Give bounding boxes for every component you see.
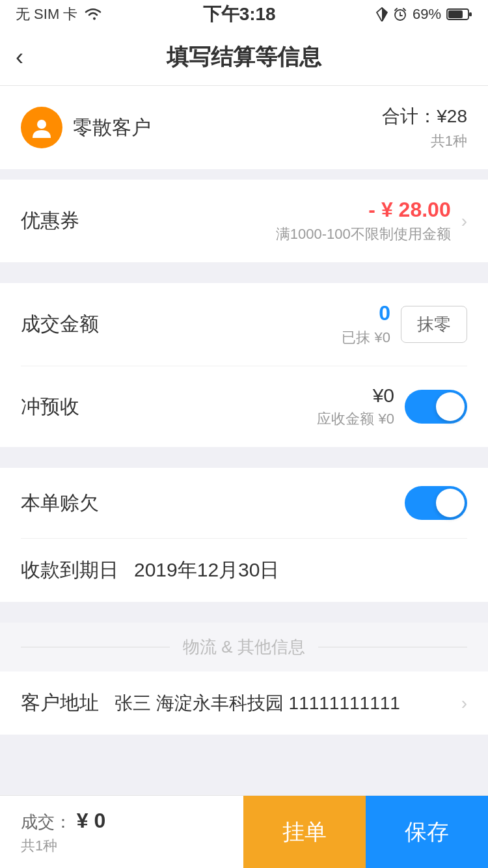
- prepaid-amount: ¥0: [317, 385, 394, 407]
- status-right: 69%: [376, 6, 472, 23]
- prepaid-row: 冲预收 ¥0 应收金额 ¥0: [0, 366, 488, 447]
- logistics-divider-right: [318, 647, 467, 647]
- customer-card: 零散客户 合计：¥28 共1种: [0, 86, 488, 169]
- section-gap-1: [0, 273, 488, 283]
- user-icon: [30, 116, 53, 139]
- coupon-right: - ¥ 28.00 满1000-100不限制使用金额 ›: [276, 198, 467, 244]
- save-button[interactable]: 保存: [366, 796, 488, 869]
- debt-row: 本单赊欠: [0, 468, 488, 538]
- due-date-row[interactable]: 收款到期日 2019年12月30日: [0, 539, 488, 602]
- back-button[interactable]: ‹: [16, 44, 23, 71]
- coupon-row[interactable]: 优惠券 - ¥ 28.00 满1000-100不限制使用金额 ›: [0, 180, 488, 262]
- prepaid-label: 冲预收: [21, 394, 79, 420]
- total-count: 共1种: [382, 131, 467, 151]
- address-card: 客户地址 张三 海淀永丰科技园 11111111111 ›: [0, 671, 488, 735]
- address-chevron-icon: ›: [461, 693, 467, 714]
- coupon-card: 优惠券 - ¥ 28.00 满1000-100不限制使用金额 ›: [0, 180, 488, 262]
- transaction-sub: 已抹 ¥0: [342, 328, 390, 347]
- logistics-divider-left: [21, 647, 170, 647]
- transaction-card: 成交金额 0 已抹 ¥0 抹零 冲预收 ¥0 应收金额 ¥0: [0, 283, 488, 447]
- alarm-icon: [393, 7, 407, 21]
- round-button[interactable]: 抹零: [401, 306, 467, 343]
- bottom-deal-amount: ¥ 0: [77, 809, 105, 832]
- toggle-thumb: [436, 392, 465, 421]
- coupon-value-block: - ¥ 28.00 满1000-100不限制使用金额: [276, 198, 451, 244]
- address-label: 客户地址: [21, 690, 99, 716]
- debt-toggle-thumb: [436, 489, 465, 517]
- status-time: 下午3:18: [203, 2, 276, 27]
- address-value: 张三 海淀永丰科技园 11111111111: [115, 691, 461, 716]
- page-title: 填写结算等信息: [167, 42, 321, 72]
- battery-icon: [446, 8, 472, 21]
- debt-label: 本单赊欠: [21, 490, 99, 517]
- customer-row[interactable]: 零散客户 合计：¥28 共1种: [0, 86, 488, 169]
- customer-left: 零散客户: [21, 107, 151, 148]
- bottom-count: 共1种: [21, 836, 223, 856]
- wifi-icon: [84, 8, 102, 21]
- bottom-bar: 成交： ¥ 0 共1种 挂单 保存: [0, 795, 488, 868]
- transaction-amount[interactable]: 0: [342, 301, 390, 325]
- customer-name: 零散客户: [73, 115, 151, 141]
- debt-toggle[interactable]: [405, 486, 467, 520]
- prepaid-toggle[interactable]: [405, 390, 467, 424]
- bottom-summary: 成交： ¥ 0 共1种: [0, 809, 243, 856]
- logistics-section: 物流 & 其他信息: [0, 623, 488, 671]
- nav-bar: ‹ 填写结算等信息: [0, 29, 488, 86]
- transaction-label: 成交金额: [21, 311, 99, 338]
- status-left: 无 SIM 卡: [16, 5, 102, 24]
- prepaid-right: ¥0 应收金额 ¥0: [317, 385, 467, 429]
- status-bar: 无 SIM 卡 下午3:18 69%: [0, 0, 488, 29]
- logistics-text: 物流 & 其他信息: [183, 636, 305, 658]
- svg-rect-2: [469, 12, 472, 16]
- chevron-right-icon: ›: [461, 211, 467, 232]
- transaction-right: 0 已抹 ¥0 抹零: [342, 301, 467, 347]
- section-gap-3: [0, 612, 488, 623]
- section-gap-2: [0, 457, 488, 468]
- prepaid-sub: 应收金额 ¥0: [317, 409, 394, 429]
- hang-button[interactable]: 挂单: [243, 796, 366, 869]
- bottom-deal-label: 成交：: [21, 812, 72, 832]
- prepaid-value-block: ¥0 应收金额 ¥0: [317, 385, 394, 429]
- coupon-desc: 满1000-100不限制使用金额: [276, 224, 451, 244]
- battery-text: 69%: [413, 6, 441, 23]
- debt-card: 本单赊欠 收款到期日 2019年12月30日: [0, 468, 488, 602]
- customer-right: 合计：¥28 共1种: [382, 104, 467, 151]
- bottom-deal-line: 成交： ¥ 0: [21, 809, 223, 834]
- content-area: 零散客户 合计：¥28 共1种 优惠券 - ¥ 28.00 满1000-100不…: [0, 86, 488, 823]
- location-icon: [376, 7, 388, 21]
- svg-rect-3: [448, 10, 463, 18]
- coupon-label: 优惠券: [21, 208, 79, 234]
- transaction-row: 成交金额 0 已抹 ¥0 抹零: [0, 283, 488, 366]
- coupon-discount: - ¥ 28.00: [276, 198, 451, 222]
- svg-point-4: [37, 120, 46, 129]
- due-date-value: 2019年12月30日: [134, 557, 279, 584]
- due-date-label: 收款到期日: [21, 557, 118, 584]
- avatar: [21, 107, 62, 148]
- address-row[interactable]: 客户地址 张三 海淀永丰科技园 11111111111 ›: [0, 671, 488, 735]
- total-amount: 合计：¥28: [382, 104, 467, 129]
- no-sim-text: 无 SIM 卡: [16, 5, 77, 24]
- transaction-value-block: 0 已抹 ¥0: [342, 301, 390, 347]
